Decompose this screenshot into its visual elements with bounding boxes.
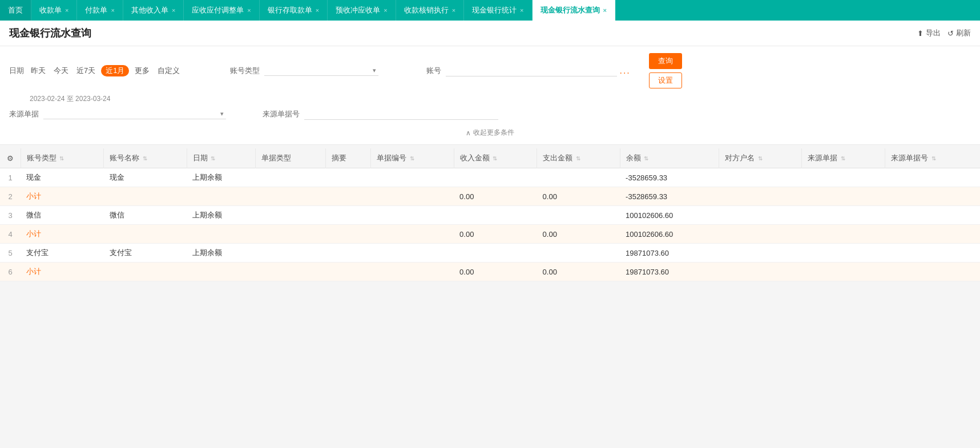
source-doc-chevron-icon: ▾	[220, 110, 224, 118]
nav-item-write-off[interactable]: 收款核销执行×	[396, 0, 464, 21]
col-balance[interactable]: 余额 ⇅	[620, 148, 719, 168]
sort-icon-doc-no: ⇅	[410, 155, 414, 162]
refresh-button[interactable]: ↺ 刷新	[947, 28, 971, 38]
sort-icon-source-doc: ⇅	[841, 155, 845, 162]
setting-button[interactable]: 设置	[649, 72, 682, 88]
collapse-bar[interactable]: ∧ 收起更多条件	[9, 126, 971, 140]
col-expense[interactable]: 支出金额 ⇅	[537, 148, 620, 168]
account-type-label: 账号类型	[230, 66, 260, 76]
col-gear[interactable]: ⚙	[0, 148, 21, 168]
date-shortcuts: 昨天 今天 近7天 近1月 更多 自定义	[29, 65, 182, 76]
cell-expense	[537, 244, 620, 263]
cell-source-doc-no	[885, 187, 980, 206]
date-filter-group: 日期 昨天 今天 近7天 近1月 更多 自定义	[9, 65, 182, 76]
nav-item-cash-flow[interactable]: 现金银行流水查询×	[533, 0, 615, 21]
source-doc-select[interactable]: ▾	[43, 109, 226, 119]
table-header: ⚙ 账号类型 ⇅ 账号名称 ⇅ 日期 ⇅ 单据类型 摘要 单据编号 ⇅ 收入金额…	[0, 148, 980, 168]
cell-doc-type	[256, 187, 326, 206]
cell-doc-no	[371, 244, 454, 263]
nav-close-prepay-flush[interactable]: ×	[384, 7, 387, 14]
filter-row-2: 来源单据 ▾ 来源单据号	[9, 108, 971, 120]
cell-source-doc-no	[885, 244, 980, 263]
cell-account-type: 小计	[21, 225, 104, 244]
col-summary: 摘要	[326, 148, 371, 168]
nav-close-receipt[interactable]: ×	[65, 7, 68, 14]
cell-expense	[537, 206, 620, 225]
source-doc-filter-group: 来源单据 ▾	[9, 109, 226, 119]
cell-doc-no	[371, 225, 454, 244]
cell-expense: 0.00	[537, 187, 620, 206]
cell-account-type: 微信	[21, 206, 104, 225]
nav-item-prepay-flush[interactable]: 预收冲应收单×	[328, 0, 396, 21]
cell-counterparty	[719, 263, 802, 281]
nav-item-payment[interactable]: 付款单×	[77, 0, 123, 21]
table-row: 4小计0.000.00100102606.60	[0, 225, 980, 244]
nav-close-ar-ap-adjust[interactable]: ×	[247, 7, 251, 14]
date-btn-custom[interactable]: 自定义	[155, 65, 182, 76]
table-row: 1现金现金上期余额-3528659.33	[0, 168, 980, 187]
source-doc-num-input[interactable]	[304, 108, 498, 120]
cell-counterparty	[719, 225, 802, 244]
nav-close-bank-deposit[interactable]: ×	[316, 7, 319, 14]
collapse-icon: ∧	[466, 129, 471, 137]
cell-income	[454, 168, 537, 187]
export-button[interactable]: ⬆ 导出	[917, 28, 941, 38]
nav-item-bank-deposit[interactable]: 银行存取款单×	[260, 0, 328, 21]
col-doc-no[interactable]: 单据编号 ⇅	[371, 148, 454, 168]
nav-close-other-income[interactable]: ×	[172, 7, 175, 14]
table-row: 3微信微信上期余额100102606.60	[0, 206, 980, 225]
col-date[interactable]: 日期 ⇅	[187, 148, 256, 168]
nav-item-cash-stat[interactable]: 现金银行统计×	[464, 0, 532, 21]
nav-close-write-off[interactable]: ×	[452, 7, 455, 14]
col-counterparty[interactable]: 对方户名 ⇅	[719, 148, 802, 168]
account-type-select[interactable]: ▾	[264, 66, 378, 76]
table-area: ⚙ 账号类型 ⇅ 账号名称 ⇅ 日期 ⇅ 单据类型 摘要 单据编号 ⇅ 收入金额…	[0, 148, 980, 281]
nav-item-other-income[interactable]: 其他收入单×	[123, 0, 184, 21]
cell-summary	[326, 168, 371, 187]
col-income[interactable]: 收入金额 ⇅	[454, 148, 537, 168]
cell-balance: 100102606.60	[620, 225, 719, 244]
chevron-down-icon: ▾	[373, 67, 376, 74]
date-btn-yesterday[interactable]: 昨天	[29, 65, 48, 76]
nav-item-receipt[interactable]: 收款单×	[31, 0, 77, 21]
nav-close-cash-stat[interactable]: ×	[520, 7, 523, 14]
sort-icon-account-type: ⇅	[59, 155, 64, 162]
nav-item-home[interactable]: 首页	[0, 0, 31, 21]
cell-account-type: 支付宝	[21, 244, 104, 263]
date-range-text: 2023-02-24 至 2023-03-24	[30, 95, 110, 103]
action-buttons: 查询 设置	[649, 53, 682, 88]
account-input[interactable]	[446, 65, 617, 76]
account-dots-button[interactable]: ...	[619, 66, 630, 76]
cell-date: 上期余额	[187, 244, 256, 263]
cell-doc-no	[371, 206, 454, 225]
cell-account-type: 现金	[21, 168, 104, 187]
date-btn-1month[interactable]: 近1月	[101, 65, 129, 76]
col-source-doc-no[interactable]: 来源单据号 ⇅	[885, 148, 980, 168]
cell-source-doc-no	[885, 168, 980, 187]
nav-item-ar-ap-adjust[interactable]: 应收应付调整单×	[184, 0, 259, 21]
col-account-name[interactable]: 账号名称 ⇅	[104, 148, 187, 168]
date-btn-more[interactable]: 更多	[132, 65, 152, 76]
cell-balance: 19871073.60	[620, 263, 719, 281]
col-doc-type: 单据类型	[256, 148, 326, 168]
date-btn-7days[interactable]: 近7天	[74, 65, 98, 76]
cell-doc-no	[371, 187, 454, 206]
cell-summary	[326, 187, 371, 206]
cell-source-doc	[802, 168, 885, 187]
gear-icon[interactable]: ⚙	[7, 154, 14, 163]
cell-date	[187, 225, 256, 244]
account-input-group: ...	[446, 65, 630, 76]
table-body: 1现金现金上期余额-3528659.332小计0.000.00-3528659.…	[0, 168, 980, 281]
query-button[interactable]: 查询	[649, 53, 682, 69]
cell-doc-type	[256, 168, 326, 187]
col-account-type[interactable]: 账号类型 ⇅	[21, 148, 104, 168]
table-row: 6小计0.000.0019871073.60	[0, 263, 980, 281]
nav-close-payment[interactable]: ×	[111, 7, 114, 14]
date-btn-today[interactable]: 今天	[51, 65, 71, 76]
cell-doc-type	[256, 263, 326, 281]
nav-close-cash-flow[interactable]: ×	[603, 7, 607, 14]
cell-counterparty	[719, 244, 802, 263]
sort-icon-counterparty: ⇅	[758, 155, 763, 162]
cell-income	[454, 206, 537, 225]
col-source-doc[interactable]: 来源单据 ⇅	[802, 148, 885, 168]
